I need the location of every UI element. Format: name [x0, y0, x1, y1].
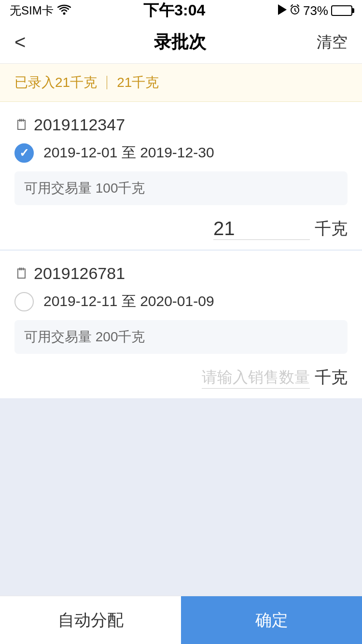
confirm-button[interactable]: 确定: [181, 596, 362, 644]
batch1-avail-row: 可用交易量 100千克: [14, 171, 348, 205]
batch1-icon: 🗒: [14, 117, 29, 133]
batch-card-1: 🗒 2019112347 2019-12-01 至 2019-12-30 可用交…: [0, 102, 362, 250]
summary-recorded: 已录入21千克: [14, 73, 97, 92]
svg-point-0: [63, 12, 65, 14]
gray-area: [0, 398, 362, 630]
batch1-id: 2019112347: [34, 115, 125, 134]
svg-line-6: [297, 5, 299, 6]
batch-card-2: 🗒 2019126781 2019-12-11 至 2020-01-09 可用交…: [0, 251, 362, 398]
bottom-bar: 自动分配 确定: [0, 596, 362, 644]
batch2-avail-text: 可用交易量 200千克: [24, 329, 145, 344]
battery-icon: [331, 5, 352, 16]
batch1-avail-text: 可用交易量 100千克: [24, 181, 145, 196]
batch1-header: 🗒 2019112347: [0, 102, 362, 139]
batch1-radio[interactable]: [14, 143, 34, 163]
svg-line-5: [291, 5, 292, 6]
batch1-quantity-value: 21: [213, 218, 235, 239]
svg-marker-1: [278, 4, 287, 15]
batch2-avail-row: 可用交易量 200千克: [14, 320, 348, 354]
batch2-quantity-input[interactable]: 请输入销售数量: [202, 367, 310, 389]
sim-text: 无SIM卡: [10, 3, 54, 18]
battery-percent: 73%: [303, 3, 328, 18]
clear-button[interactable]: 清空: [317, 32, 348, 53]
batch2-quantity-placeholder: 请输入销售数量: [202, 368, 310, 386]
batch1-quantity-input[interactable]: 21: [213, 218, 310, 240]
batch2-date: 2019-12-11 至 2020-01-09: [43, 292, 214, 311]
batch1-quantity-row: 21 千克: [0, 213, 362, 250]
batch2-icon: 🗒: [14, 266, 29, 282]
wifi-icon: [57, 3, 71, 18]
batch2-radio[interactable]: [14, 292, 34, 311]
status-right: 73%: [278, 3, 352, 18]
page-title: 录批次: [154, 30, 206, 54]
summary-total: 21千克: [117, 73, 159, 92]
svg-line-4: [295, 11, 296, 12]
batch2-unit: 千克: [315, 366, 348, 389]
status-left: 无SIM卡: [10, 3, 71, 18]
batch1-date: 2019-12-01 至 2019-12-30: [43, 143, 214, 163]
batch2-id: 2019126781: [34, 264, 125, 283]
summary-bar: 已录入21千克 21千克: [0, 64, 362, 102]
batch2-date-row[interactable]: 2019-12-11 至 2020-01-09: [0, 288, 362, 315]
batch1-unit: 千克: [315, 218, 348, 240]
alarm-icon: [290, 3, 300, 18]
status-time: 下午3:04: [143, 0, 205, 21]
back-button[interactable]: <: [14, 31, 43, 53]
batch2-header: 🗒 2019126781: [0, 251, 362, 288]
summary-divider: [107, 76, 107, 89]
batch2-quantity-row: 请输入销售数量 千克: [0, 362, 362, 398]
batch1-date-row[interactable]: 2019-12-01 至 2019-12-30: [0, 139, 362, 167]
nav-bar: < 录批次 清空: [0, 21, 362, 64]
auto-distribute-button[interactable]: 自动分配: [0, 596, 181, 644]
status-bar: 无SIM卡 下午3:04 73%: [0, 0, 362, 21]
location-icon: [278, 3, 287, 18]
